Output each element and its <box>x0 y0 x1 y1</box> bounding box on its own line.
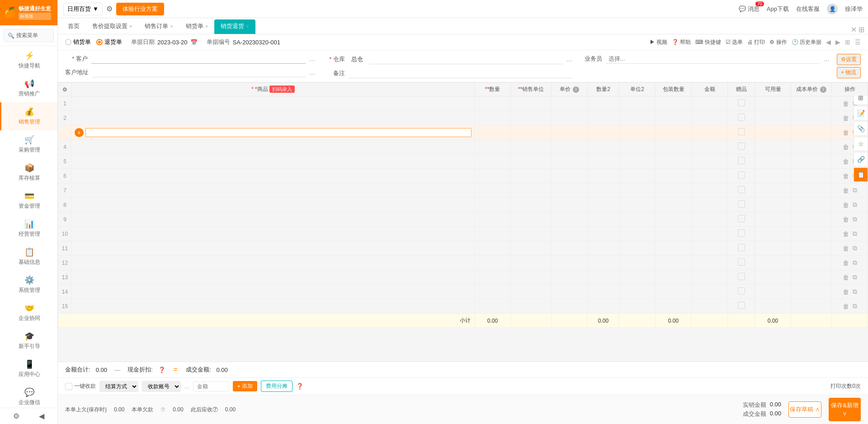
qty2-cell-5[interactable] <box>588 154 619 169</box>
amount-cell-5[interactable] <box>692 154 728 169</box>
unit-cell-13[interactable] <box>511 270 552 285</box>
sidebar-item-operations[interactable]: 📊 经营管理 <box>0 214 57 243</box>
online-service-link[interactable]: 在线客服 <box>796 5 820 13</box>
product-input-${i}[interactable] <box>75 216 472 223</box>
tab-sales-return[interactable]: 销货退货 × <box>214 19 255 34</box>
avail-cell-1[interactable] <box>755 96 791 111</box>
cost-cell-14[interactable] <box>791 285 832 299</box>
amount-cell-11[interactable] <box>692 241 728 256</box>
copy-icon-12[interactable]: ⧉ <box>853 259 857 267</box>
avail-cell-8[interactable] <box>755 198 791 212</box>
qty-cell-10[interactable] <box>475 227 511 241</box>
product-cell-3[interactable]: + <box>72 125 475 140</box>
qty2-cell-12[interactable] <box>588 256 619 270</box>
warehouse-select-icon[interactable]: ... <box>566 55 572 63</box>
delete-icon-5[interactable]: 🗑 <box>843 158 849 165</box>
gift-checkbox-14[interactable] <box>738 287 745 295</box>
avail-cell-3[interactable] <box>755 125 791 140</box>
delete-icon-12[interactable]: 🗑 <box>843 259 849 267</box>
qty-input-7[interactable] <box>477 187 508 194</box>
gift-cell-10[interactable] <box>728 227 755 241</box>
qty-cell-2[interactable] <box>475 111 511 125</box>
qty-cell-12[interactable] <box>475 256 511 270</box>
print-btn[interactable]: 🖨 打印 <box>747 38 765 46</box>
qty2-cell-14[interactable] <box>588 285 619 299</box>
copy-icon-7[interactable]: ⧉ <box>853 186 857 194</box>
price-info-icon[interactable]: i <box>573 86 579 93</box>
amount-cell-4[interactable] <box>692 140 728 154</box>
customer-select-icon[interactable]: ... <box>309 55 315 63</box>
account-dots[interactable]: ... <box>184 383 189 390</box>
gift-cell-15[interactable] <box>728 299 755 314</box>
qty-cell-9[interactable] <box>475 212 511 227</box>
view-list-icon[interactable]: ☰ <box>855 38 861 46</box>
product-cell-12[interactable] <box>72 256 475 270</box>
unit2-cell-13[interactable] <box>619 270 656 285</box>
price-cell-3[interactable] <box>552 125 588 140</box>
gift-checkbox-6[interactable] <box>738 172 745 179</box>
price-cell-2[interactable] <box>552 111 588 125</box>
qty-input-9[interactable] <box>477 216 508 223</box>
gift-checkbox-8[interactable] <box>738 200 745 208</box>
product-input-${i}[interactable] <box>75 144 472 150</box>
unit2-cell-7[interactable] <box>619 183 656 198</box>
logistics-side-btn[interactable]: + 物流 <box>837 67 861 78</box>
qty-input-5[interactable] <box>477 158 508 165</box>
pack-cell-14[interactable] <box>656 285 692 299</box>
settlement-select[interactable]: 结算方式 <box>99 381 138 392</box>
avail-cell-2[interactable] <box>755 111 791 125</box>
tab-price-setting[interactable]: 售价提取设置 × <box>86 19 138 34</box>
price-cell-8[interactable] <box>552 198 588 212</box>
qty-input-3[interactable] <box>477 129 508 136</box>
gift-cell-5[interactable] <box>728 154 755 169</box>
qty-input-10[interactable] <box>477 231 508 237</box>
select-btn[interactable]: ☑ 选单 <box>726 38 743 46</box>
amount-cell-2[interactable] <box>692 111 728 125</box>
qty-cell-5[interactable] <box>475 154 511 169</box>
tab-home[interactable]: 首页 <box>61 19 86 34</box>
cost-cell-11[interactable] <box>791 241 832 256</box>
delete-icon-6[interactable]: 🗑 <box>843 172 849 180</box>
product-cell-4[interactable] <box>72 140 475 154</box>
gift-checkbox-5[interactable] <box>738 157 745 164</box>
gift-checkbox-9[interactable] <box>738 215 745 222</box>
gift-checkbox-7[interactable] <box>738 186 745 193</box>
product-cell-14[interactable] <box>72 285 475 299</box>
avail-cell-10[interactable] <box>755 227 791 241</box>
tab-sales-delivery[interactable]: 销货单 × <box>179 19 214 34</box>
gift-checkbox-15[interactable] <box>738 302 745 309</box>
price-cell-12[interactable] <box>552 256 588 270</box>
unit-cell-15[interactable] <box>511 299 552 314</box>
unit2-cell-4[interactable] <box>619 140 656 154</box>
delete-icon-2[interactable]: 🗑 <box>843 114 849 122</box>
product-input-${i}[interactable] <box>75 245 472 252</box>
gift-cell-2[interactable] <box>728 111 755 125</box>
unit-cell-6[interactable] <box>511 169 552 183</box>
unit-cell-11[interactable] <box>511 241 552 256</box>
gift-cell-9[interactable] <box>728 212 755 227</box>
sidebar-item-purchase[interactable]: 🛒 采购管理 <box>0 130 57 158</box>
cost-cell-13[interactable] <box>791 270 832 285</box>
avail-cell-13[interactable] <box>755 270 791 285</box>
search-menu-button[interactable]: 🔍 搜索菜单 <box>4 29 54 42</box>
pack-cell-2[interactable] <box>656 111 692 125</box>
cost-cell-12[interactable] <box>791 256 832 270</box>
amount-cell-1[interactable] <box>692 96 728 111</box>
experience-btn[interactable]: 体验行业方案 <box>116 3 164 15</box>
cost-cell-6[interactable] <box>791 169 832 183</box>
product-input-${i}[interactable] <box>85 128 472 137</box>
settings-side-btn[interactable]: ⚙设置 <box>837 54 861 65</box>
product-cell-8[interactable] <box>72 198 475 212</box>
price-cell-13[interactable] <box>552 270 588 285</box>
copy-icon-8[interactable]: ⧉ <box>853 201 857 209</box>
qty2-cell-9[interactable] <box>588 212 619 227</box>
qty-input-4[interactable] <box>477 144 508 150</box>
qty-input-11[interactable] <box>477 245 508 252</box>
avail-cell-14[interactable] <box>755 285 791 299</box>
gift-checkbox-12[interactable] <box>738 258 745 266</box>
address-input[interactable] <box>92 67 306 77</box>
cost-cell-8[interactable] <box>791 198 832 212</box>
gift-cell-11[interactable] <box>728 241 755 256</box>
product-cell-7[interactable] <box>72 183 475 198</box>
delete-icon-1[interactable]: 🗑 <box>843 100 849 107</box>
